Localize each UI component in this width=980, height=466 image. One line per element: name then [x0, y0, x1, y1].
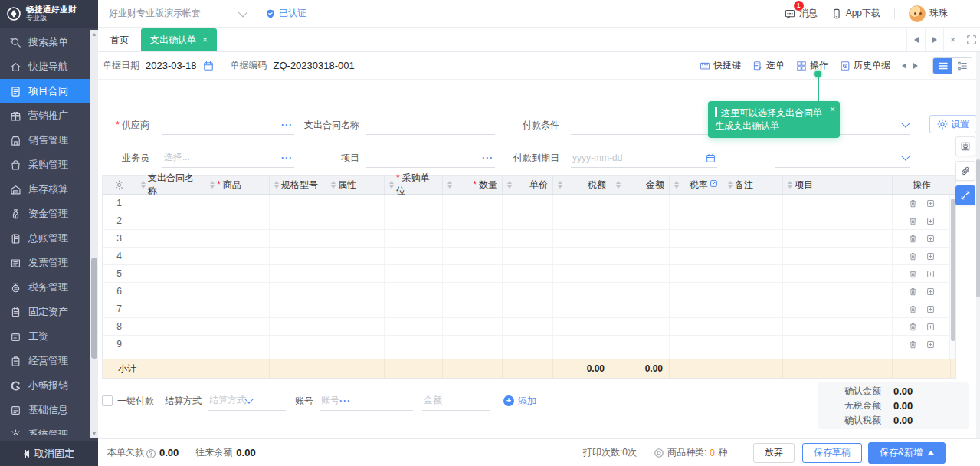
- column-header-rownum[interactable]: [103, 176, 136, 194]
- chevron-down-icon[interactable]: [901, 119, 910, 127]
- scroll-up-icon[interactable]: ▲: [90, 30, 98, 39]
- copy-row-icon[interactable]: [926, 321, 936, 332]
- pick-doc-button[interactable]: 选单: [752, 59, 785, 72]
- delete-row-icon[interactable]: [908, 286, 918, 297]
- pager-left-icon[interactable]: [902, 63, 906, 69]
- account-set-dropdown[interactable]: 好业财专业版演示帐套: [109, 7, 245, 20]
- unpin-sidebar-button[interactable]: 取消固定: [0, 441, 98, 466]
- tooltip-close-icon[interactable]: ×: [830, 103, 835, 116]
- sidebar-item-funds[interactable]: 资金管理: [0, 202, 90, 226]
- save-draft-button[interactable]: 保存草稿: [802, 443, 862, 463]
- column-header-attr[interactable]: 属性: [326, 176, 385, 194]
- table-scrollbar[interactable]: [949, 195, 955, 359]
- sidebar-item-system[interactable]: 系统管理: [0, 422, 90, 435]
- sort-icon[interactable]: [788, 181, 792, 189]
- sidebar-item-marketing[interactable]: 营销推广: [0, 103, 90, 128]
- tabs-next-button[interactable]: [925, 28, 943, 51]
- chevron-down-icon[interactable]: [901, 152, 910, 160]
- save-and-new-button[interactable]: 保存&新增: [868, 442, 946, 464]
- actions-button[interactable]: 操作: [796, 59, 828, 72]
- verified-badge[interactable]: 已认证: [265, 7, 306, 20]
- app-download-button[interactable]: App下载: [831, 7, 880, 20]
- sort-icon[interactable]: [728, 181, 733, 189]
- settings-button[interactable]: 设置: [929, 115, 977, 133]
- copy-row-icon[interactable]: [926, 198, 936, 208]
- sidebar-item-purchase[interactable]: 采购管理: [0, 153, 90, 177]
- fullscreen-button[interactable]: [962, 28, 980, 51]
- copy-row-icon[interactable]: [926, 286, 936, 297]
- column-header-contract[interactable]: 支出合同名称: [136, 176, 205, 194]
- field-input-付款条件[interactable]: [571, 115, 717, 135]
- attachment-button[interactable]: [955, 161, 975, 181]
- tab-expense-confirm[interactable]: 支出确认单 ×: [141, 28, 217, 51]
- draft-tool-button[interactable]: [955, 136, 975, 156]
- column-header-spec[interactable]: 规格型号: [270, 176, 326, 194]
- copy-row-icon[interactable]: [926, 251, 936, 261]
- copy-row-icon[interactable]: [926, 268, 936, 279]
- pager-right-icon[interactable]: [913, 63, 918, 69]
- shortcuts-button[interactable]: 快捷键: [700, 59, 741, 72]
- add-payment-button[interactable]: + 添加: [503, 395, 536, 408]
- sort-icon[interactable]: [141, 181, 146, 189]
- sort-icon[interactable]: [558, 181, 562, 189]
- question-icon[interactable]: [146, 448, 156, 458]
- sort-icon[interactable]: [274, 181, 279, 189]
- sidebar-item-tax[interactable]: 税务管理: [0, 275, 90, 300]
- column-header-price[interactable]: 单价: [503, 176, 553, 194]
- sidebar-item-sales[interactable]: 销售管理: [0, 128, 90, 153]
- delete-row-icon[interactable]: [908, 321, 918, 332]
- content-scroll-thumb[interactable]: [976, 159, 980, 297]
- field-input-支出合同名称[interactable]: [366, 115, 495, 135]
- sort-icon[interactable]: [616, 181, 621, 189]
- user-menu[interactable]: 珠珠: [909, 5, 948, 22]
- sort-icon[interactable]: [674, 181, 679, 189]
- sidebar-scrollbar[interactable]: ▲ ▼: [90, 30, 98, 438]
- content-scrollbar[interactable]: [976, 52, 980, 438]
- delete-row-icon[interactable]: [908, 339, 918, 350]
- scroll-down-icon[interactable]: ▼: [90, 429, 98, 438]
- view-detail-button[interactable]: [952, 58, 972, 74]
- sidebar-item-inventory[interactable]: 库存核算: [0, 177, 90, 202]
- sidebar-item-fixed-assets[interactable]: 固定资产: [0, 300, 90, 324]
- tabs-close-button[interactable]: ×: [943, 28, 962, 51]
- copy-row-icon[interactable]: [926, 304, 936, 314]
- one-click-pay-checkbox[interactable]: [102, 395, 113, 406]
- sidebar-item-base-info[interactable]: 基础信息: [0, 398, 90, 422]
- calendar-icon[interactable]: [203, 60, 214, 71]
- field-input-付款到期日[interactable]: yyyy-mm-dd: [571, 148, 717, 168]
- sidebar-item-xiaochang-bx[interactable]: 小畅报销: [0, 373, 90, 398]
- sidebar-scroll-thumb[interactable]: [91, 258, 97, 359]
- sort-icon[interactable]: [507, 181, 512, 189]
- sidebar-item-search-menu[interactable]: 搜索菜单: [0, 30, 90, 54]
- tab-home[interactable]: 首页: [98, 28, 141, 51]
- history-button[interactable]: 历史单据: [840, 59, 890, 72]
- sidebar-item-project-contract[interactable]: 项目合同: [0, 79, 90, 103]
- doc-date-value[interactable]: 2023-03-18: [146, 60, 197, 71]
- column-header-note[interactable]: 备注: [723, 176, 783, 194]
- sidebar-item-quick-nav[interactable]: 快捷导航: [0, 54, 90, 79]
- messages-button[interactable]: 消息 1: [785, 7, 818, 20]
- column-header-product[interactable]: *商品: [205, 176, 270, 194]
- field-input-业务员[interactable]: 选择...···: [162, 148, 294, 168]
- copy-row-icon[interactable]: [926, 233, 936, 244]
- chevron-down-icon[interactable]: [244, 395, 253, 403]
- delete-row-icon[interactable]: [908, 251, 918, 261]
- field-input-项目[interactable]: ···: [366, 148, 495, 168]
- delete-row-icon[interactable]: [908, 198, 918, 208]
- sort-icon[interactable]: [210, 181, 215, 189]
- view-list-button[interactable]: [933, 58, 952, 74]
- column-header-qty[interactable]: *数量: [443, 176, 503, 194]
- delete-row-icon[interactable]: [908, 268, 918, 279]
- tabs-prev-button[interactable]: [906, 28, 925, 51]
- give-up-button[interactable]: 放弃: [753, 443, 795, 463]
- copy-row-icon[interactable]: [926, 339, 936, 350]
- expand-button[interactable]: [955, 185, 975, 205]
- picker-dots-icon[interactable]: ···: [339, 395, 351, 406]
- sort-icon[interactable]: [331, 181, 336, 189]
- table-scroll-thumb[interactable]: [951, 199, 955, 341]
- copy-row-icon[interactable]: [926, 215, 936, 226]
- calendar-icon[interactable]: [706, 152, 716, 162]
- field-input-extra[interactable]: [775, 148, 910, 168]
- sidebar-item-payroll[interactable]: 工资: [0, 324, 90, 349]
- field-input-供应商[interactable]: ···: [162, 115, 294, 135]
